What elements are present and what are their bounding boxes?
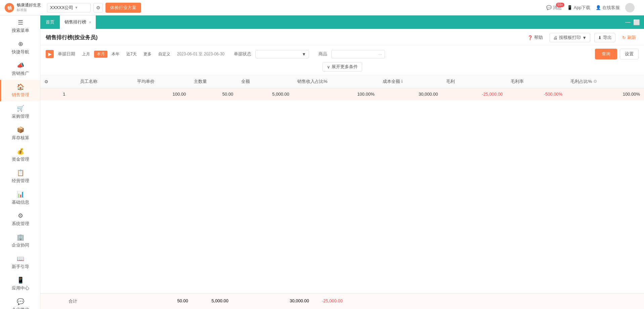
company-name: XXXXX公司 (50, 5, 73, 11)
refresh-button[interactable]: ↻ 刷新 (619, 33, 639, 42)
sidebar-item-sales[interactable]: 🏠 销售管理 (0, 80, 40, 101)
sidebar-item-finance[interactable]: 💰 资金管理 (0, 144, 40, 166)
logo-icon: 畅 (4, 2, 15, 13)
date-tab-7days[interactable]: 近7天 (124, 51, 139, 58)
sidebar-item-basicinfo[interactable]: 📊 基础信息 (0, 187, 40, 209)
sidebar-label-marketing: 营销推广 (12, 70, 29, 76)
data-table: ⚙ 员工名称 平均单价 主数量 全额 销售收入占比% 成本全额 ℹ 毛利 毛利率… (40, 75, 644, 100)
help-button[interactable]: ❓ 帮助 (525, 33, 546, 42)
filter-expand-row: ∨ 展开更多条件 (46, 62, 639, 71)
sidebar-item-quicknav[interactable]: ⊕ 快捷导航 (0, 37, 40, 58)
svg-text:畅: 畅 (7, 5, 12, 10)
expand-conditions-button[interactable]: ∨ 展开更多条件 (323, 62, 362, 71)
filter-row-1: ▶ 单据日期 上月 本月 本年 近7天 更多 自定义 2023-06-01 至 … (46, 49, 639, 59)
footer-settings-cell (40, 296, 52, 306)
sidebar-item-wechat[interactable]: 💬 企业微信 (0, 295, 40, 309)
search-menu-icon: ☰ (18, 19, 23, 26)
tab-close-icon[interactable]: × (89, 20, 91, 24)
app-download-button[interactable]: 📱 App下载 (567, 5, 590, 11)
td-quantity: 50.00 (190, 88, 237, 100)
query-button[interactable]: 查询 (595, 49, 617, 59)
tab-bar: 首页 销售排行榜 × — ⬜ (40, 15, 644, 29)
help-label: 帮助 (534, 35, 543, 41)
footer-gross-rate (347, 296, 387, 306)
inventory-icon: 📦 (17, 126, 24, 134)
table-row: 1 100.00 50.00 5,000.00 100.00% 30,000.0… (40, 88, 644, 100)
goods-input[interactable]: ··· (331, 50, 385, 58)
export-button[interactable]: ⬇ 导出 (594, 33, 615, 42)
th-cost: 成本全额 ℹ (379, 75, 442, 88)
column-settings-icon[interactable]: ⚙ (44, 79, 48, 84)
sidebar-label-enterprise: 企业协同 (12, 242, 29, 248)
sidebar-label-purchase: 采购管理 (12, 113, 29, 119)
sidebar-item-system[interactable]: ⚙ 系统管理 (0, 209, 40, 230)
sidebar-label-inventory: 库存核算 (12, 135, 29, 141)
tab-home[interactable]: 首页 (40, 15, 60, 29)
footer-gross-ratio (387, 296, 427, 306)
marketing-icon: 📣 (17, 62, 24, 69)
footer-quantity: 50.00 (159, 296, 192, 306)
online-service-button[interactable]: 👤 在线客服 (596, 5, 620, 11)
sidebar-item-appstore[interactable]: 📱 应用中心 (0, 273, 40, 295)
th-settings[interactable]: ⚙ (40, 75, 52, 88)
table-header-row: ⚙ 员工名称 平均单价 主数量 全额 销售收入占比% 成本全额 ℹ 毛利 毛利率… (40, 75, 644, 88)
app-label: App下载 (574, 5, 590, 11)
sidebar-item-inventory[interactable]: 📦 库存核算 (0, 123, 40, 144)
set-button[interactable]: 设置 (620, 49, 639, 59)
service-icon: 👤 (596, 5, 601, 10)
cost-info-icon[interactable]: ℹ (401, 79, 403, 84)
sidebar-item-operations[interactable]: 📋 经营管理 (0, 166, 40, 187)
filter-bar: ▶ 单据日期 上月 本月 本年 近7天 更多 自定义 2023-06-01 至 … (40, 45, 644, 75)
footer-avg-price (125, 296, 159, 306)
footer-gross: -25,000.00 (313, 296, 347, 306)
th-rank (52, 75, 76, 88)
page-inner: 销售排行榜(按业务员) ❓ 帮助 🖨 按模板打印 ▼ ⬇ 导出 (40, 29, 644, 309)
date-tab-more[interactable]: 更多 (141, 51, 154, 58)
tab-sales-ranking[interactable]: 销售排行榜 × (60, 15, 96, 29)
enterprise-icon: 🏢 (17, 234, 24, 241)
message-icon: 💬 (546, 5, 552, 10)
status-label: 单据状态 (234, 51, 251, 57)
date-tab-current-year[interactable]: 本年 (109, 51, 122, 58)
refresh-label: 刷新 (627, 35, 636, 41)
tab-maximize-icon[interactable]: ⬜ (633, 19, 640, 25)
table-footer: 合计 50.00 5,000.00 30,000.00 -25,000.00 (40, 293, 644, 309)
td-gross-rate: -500.00% (507, 88, 566, 100)
sidebar-item-enterprise[interactable]: 🏢 企业协同 (0, 230, 40, 252)
basicinfo-icon: 📊 (17, 191, 24, 198)
sidebar-label-system: 系统管理 (12, 221, 29, 227)
footer-sales-ratio (232, 296, 273, 306)
page-header: 销售排行榜(按业务员) ❓ 帮助 🖨 按模板打印 ▼ ⬇ 导出 (40, 29, 644, 45)
th-employee: 员工名称 (76, 75, 133, 88)
date-tab-custom[interactable]: 自定义 (156, 51, 173, 58)
filter-expand-icon[interactable]: ▶ (46, 50, 54, 58)
main-layout: ☰ 搜索菜单 ⊕ 快捷导航 📣 营销推广 🏠 销售管理 🛒 采购管理 📦 库存核… (0, 15, 644, 309)
gross-ratio-info-icon[interactable]: ⚙ (593, 79, 597, 84)
message-button[interactable]: 💬 消息 99+ (546, 5, 562, 11)
footer-amount: 5,000.00 (192, 296, 232, 306)
sidebar: ☰ 搜索菜单 ⊕ 快捷导航 📣 营销推广 🏠 销售管理 🛒 采购管理 📦 库存核… (0, 15, 40, 309)
avatar[interactable] (625, 3, 635, 12)
print-chevron-icon: ▼ (582, 35, 587, 40)
company-selector[interactable]: XXXXX公司 ▼ (47, 3, 91, 12)
status-select[interactable]: ▼ (255, 50, 309, 58)
date-tab-current-month[interactable]: 本月 (94, 51, 108, 58)
trial-button[interactable]: 体验行业方案 (105, 3, 141, 13)
settings-button[interactable]: ⚙ (93, 3, 103, 12)
guide-icon: 📖 (17, 255, 24, 262)
footer-cost: 30,000.00 (273, 296, 313, 306)
sidebar-item-search[interactable]: ☰ 搜索菜单 (0, 15, 40, 37)
tab-minimize-icon[interactable]: — (625, 19, 631, 25)
date-tab-last-month[interactable]: 上月 (79, 51, 93, 58)
status-chevron-icon: ▼ (302, 52, 306, 57)
export-label: 导出 (603, 35, 612, 41)
sidebar-item-purchase[interactable]: 🛒 采购管理 (0, 101, 40, 123)
print-button[interactable]: 🖨 按模板打印 ▼ (550, 33, 590, 42)
date-label: 单据日期 (58, 51, 75, 57)
finance-icon: 💰 (17, 148, 24, 155)
sidebar-item-guide[interactable]: 📖 新手引导 (0, 252, 40, 273)
quick-nav-icon: ⊕ (18, 40, 23, 48)
sidebar-item-marketing[interactable]: 📣 营销推广 (0, 58, 40, 80)
expand-down-icon: ∨ (327, 64, 330, 69)
td-rank: 1 (52, 88, 76, 100)
